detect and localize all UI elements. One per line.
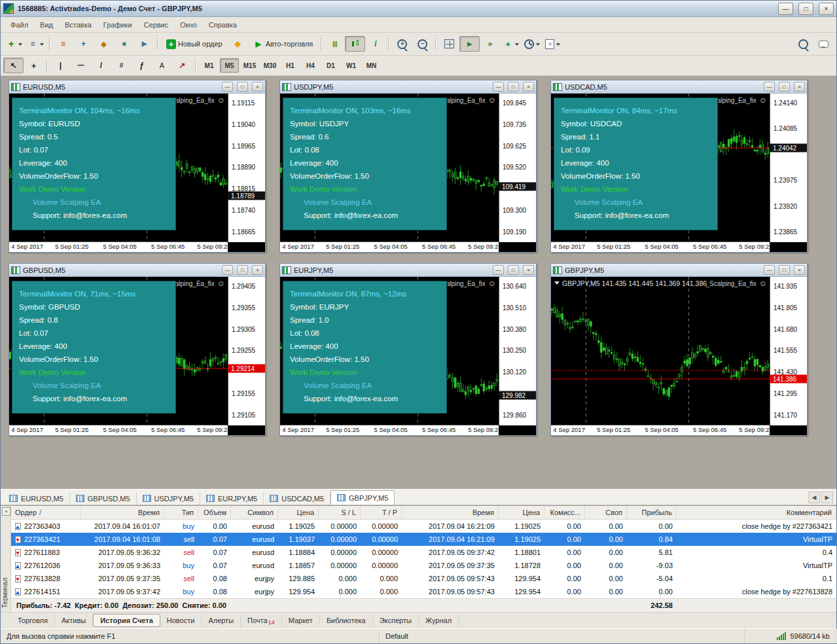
column-header[interactable]: Цена: [278, 506, 319, 519]
price-scale[interactable]: 1.191151.190401.189651.188901.188151.187…: [228, 94, 265, 242]
minimize-button[interactable]: [493, 265, 504, 275]
column-header[interactable]: T / P: [361, 506, 402, 519]
time-scale[interactable]: 4 Sep 20175 Sep 01:255 Sep 04:055 Sep 06…: [551, 425, 770, 435]
tab-scroll-left-button[interactable]: ◀: [808, 492, 820, 503]
fibonacci-button[interactable]: [132, 58, 152, 73]
price-scale[interactable]: 141.935141.805141.680141.555141.430141.2…: [770, 277, 807, 425]
horizontal-line-button[interactable]: [71, 58, 91, 73]
menu-charts[interactable]: Графики: [98, 19, 138, 31]
search-button[interactable]: [793, 36, 813, 52]
close-button[interactable]: [252, 265, 263, 275]
restore-button[interactable]: [798, 3, 813, 15]
timeframe-d1-button[interactable]: D1: [321, 58, 340, 73]
chart-tab-gbpusd[interactable]: GBPUSD,M5: [70, 492, 137, 505]
metaeditor-button[interactable]: [228, 36, 248, 52]
zoom-in-button[interactable]: [392, 36, 412, 52]
strategy-tester-button[interactable]: [134, 36, 154, 52]
chart-titlebar[interactable]: USDCAD,M5: [551, 80, 807, 94]
menu-help[interactable]: Справка: [203, 19, 243, 31]
indicators-button[interactable]: [500, 36, 522, 52]
navigator-button[interactable]: [94, 36, 114, 52]
auto-trading-button[interactable]: Авто-торговля: [248, 36, 319, 52]
close-button[interactable]: [819, 3, 834, 15]
timeframe-m5-button[interactable]: M5: [220, 58, 239, 73]
menu-file[interactable]: Файл: [5, 19, 34, 31]
history-row[interactable]: 2276138282017.09.05 9:37:35sell0.08eurjp…: [11, 572, 836, 585]
minimize-button[interactable]: [764, 265, 775, 275]
new-chart-button[interactable]: [3, 36, 25, 52]
chart-area[interactable]: _Scalping_Ea_fixTerminalMonitor ON, 87ms…: [280, 277, 536, 435]
tab-library[interactable]: Библиотека: [320, 614, 373, 627]
chart-titlebar[interactable]: EURUSD,M5: [9, 80, 265, 94]
column-header[interactable]: Время: [80, 506, 164, 519]
status-profile-segment[interactable]: Default: [380, 629, 745, 643]
chart-tab-usdjpy[interactable]: USDJPY,M5: [137, 492, 200, 505]
chat-button[interactable]: [813, 36, 834, 52]
tab-market[interactable]: Маркет: [282, 614, 320, 627]
chart-tab-eurusd[interactable]: EURUSD,M5: [3, 492, 70, 505]
time-scale[interactable]: 4 Sep 20175 Sep 01:255 Sep 04:055 Sep 06…: [9, 241, 228, 252]
history-row[interactable]: 2273634212017.09.04 16:01:08sell0.07euru…: [11, 533, 836, 546]
tab-news[interactable]: Новости: [160, 614, 202, 627]
profiles-button[interactable]: [25, 36, 46, 52]
minimize-button[interactable]: [493, 82, 504, 92]
tab-exposure[interactable]: Активы: [55, 614, 93, 627]
chart-area[interactable]: _Scalping_Ea_fixTerminalMonitor ON, 104m…: [9, 94, 265, 252]
market-watch-button[interactable]: [53, 36, 73, 52]
close-button[interactable]: [252, 82, 263, 92]
column-header[interactable]: Своп: [585, 506, 627, 519]
channel-button[interactable]: [111, 58, 132, 73]
close-button[interactable]: [794, 82, 805, 92]
restore-button[interactable]: [779, 265, 790, 275]
chart-shift-button[interactable]: [480, 36, 500, 52]
chart-titlebar[interactable]: USDJPY,M5: [280, 80, 536, 94]
chart-area[interactable]: _Scalping_Ea_fixGBPJPY,M5 141.435 141.44…: [551, 277, 807, 435]
restore-button[interactable]: [508, 265, 519, 275]
column-header[interactable]: S / L: [319, 506, 361, 519]
timeframe-m1-button[interactable]: M1: [200, 58, 219, 73]
time-scale[interactable]: 4 Sep 20175 Sep 01:255 Sep 04:055 Sep 06…: [9, 425, 228, 435]
restore-button[interactable]: [237, 265, 248, 275]
timeframe-m15-button[interactable]: M15: [240, 58, 259, 73]
minimize-button[interactable]: [222, 82, 233, 92]
history-row[interactable]: 2276120362017.09.05 9:36:33buy0.07eurusd…: [11, 559, 836, 572]
column-header[interactable]: Ордер: [11, 506, 80, 519]
price-scale[interactable]: 109.845109.735109.625109.520109.300109.1…: [499, 94, 536, 242]
chart-tab-usdcad[interactable]: USDCAD,M5: [264, 492, 330, 505]
column-header[interactable]: Время: [402, 506, 499, 519]
chart-tab-gbpjpy[interactable]: GBPJPY,M5: [330, 490, 395, 505]
history-row[interactable]: 2276141512017.09.05 9:37:42buy0.08eurjpy…: [11, 585, 836, 598]
minimize-button[interactable]: [778, 3, 793, 15]
tab-scroll-right-button[interactable]: ▶: [821, 492, 833, 503]
column-header[interactable]: Цена: [499, 506, 544, 519]
timeframe-w1-button[interactable]: W1: [342, 58, 361, 73]
tile-windows-button[interactable]: [439, 36, 459, 52]
price-scale[interactable]: 1.241401.240851.239751.239201.23865: [770, 94, 807, 242]
crosshair-tool-button[interactable]: [24, 58, 44, 73]
tab-experts[interactable]: Эксперты: [373, 614, 419, 627]
text-tool-button[interactable]: [152, 58, 172, 73]
price-scale[interactable]: 130.640130.510130.380130.250130.120129.8…: [499, 277, 536, 425]
chart-titlebar[interactable]: GBPUSD,M5: [9, 264, 265, 277]
restore-button[interactable]: [508, 82, 519, 92]
line-chart-button[interactable]: [365, 36, 385, 52]
time-scale[interactable]: 4 Sep 20175 Sep 01:255 Sep 04:055 Sep 06…: [280, 241, 499, 252]
tab-account-history[interactable]: История Счета: [93, 614, 160, 627]
time-scale[interactable]: 4 Sep 20175 Sep 01:255 Sep 04:055 Sep 06…: [280, 425, 499, 435]
candlestick-chart-button[interactable]: [345, 36, 365, 52]
close-button[interactable]: [794, 265, 805, 275]
data-window-button[interactable]: [73, 36, 94, 52]
history-row[interactable]: 2273634032017.09.04 16:01:07buy0.00eurus…: [11, 520, 836, 533]
column-header[interactable]: Тип: [164, 506, 198, 519]
minimize-button[interactable]: [222, 265, 233, 275]
menu-insert[interactable]: Вставка: [59, 19, 98, 31]
column-header[interactable]: Символ: [231, 506, 278, 519]
menu-tools[interactable]: Сервис: [138, 19, 175, 31]
column-header[interactable]: Объем: [198, 506, 231, 519]
close-button[interactable]: [523, 265, 534, 275]
close-button[interactable]: [523, 82, 534, 92]
time-scale[interactable]: 4 Sep 20175 Sep 01:255 Sep 04:055 Sep 06…: [551, 241, 770, 252]
cursor-tool-button[interactable]: [3, 58, 24, 73]
arrows-tool-button[interactable]: [172, 58, 192, 73]
minimize-button[interactable]: [764, 82, 775, 92]
